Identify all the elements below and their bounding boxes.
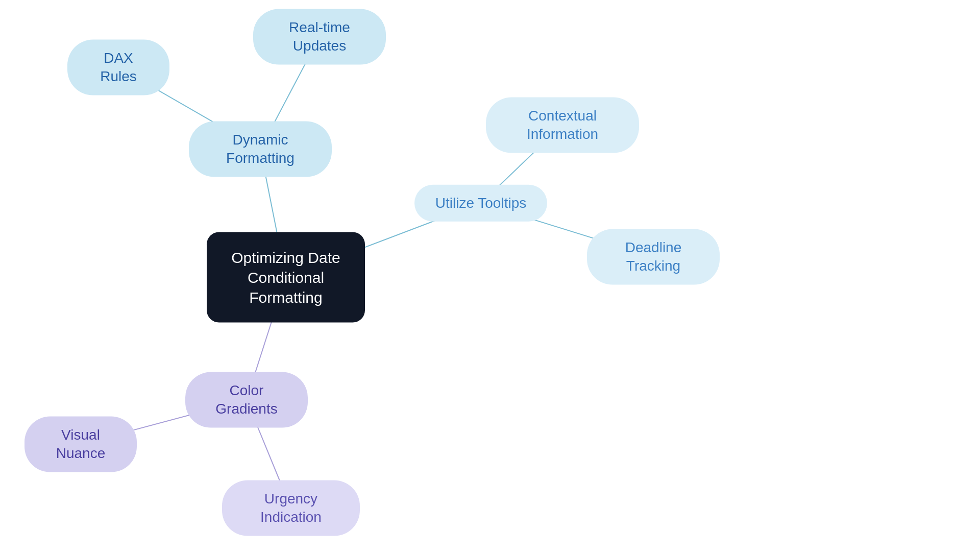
node-dynamic-formatting[interactable]: Dynamic Formatting bbox=[189, 122, 332, 177]
center-node: Optimizing Date Conditional Formatting bbox=[207, 232, 365, 323]
node-label: Utilize Tooltips bbox=[435, 194, 526, 212]
node-utilize-tooltips[interactable]: Utilize Tooltips bbox=[414, 185, 547, 222]
node-label: Real-time Updates bbox=[270, 18, 370, 56]
node-contextual-information[interactable]: Contextual Information bbox=[486, 98, 639, 153]
node-label: Contextual Information bbox=[502, 107, 623, 144]
node-realtime-updates[interactable]: Real-time Updates bbox=[253, 9, 386, 65]
node-label: Visual Nuance bbox=[41, 426, 120, 463]
node-label: Urgency Indication bbox=[238, 490, 344, 527]
node-label: DAX Rules bbox=[84, 49, 153, 86]
node-label: Dynamic Formatting bbox=[205, 131, 315, 168]
node-deadline-tracking[interactable]: Deadline Tracking bbox=[587, 229, 720, 285]
center-label: Optimizing Date Conditional Formatting bbox=[227, 248, 345, 307]
node-color-gradients[interactable]: Color Gradients bbox=[185, 372, 308, 428]
node-label: Deadline Tracking bbox=[603, 238, 703, 276]
node-label: Color Gradients bbox=[202, 381, 291, 419]
node-urgency-indication[interactable]: Urgency Indication bbox=[222, 480, 360, 536]
node-dax-rules[interactable]: DAX Rules bbox=[67, 40, 169, 95]
node-visual-nuance[interactable]: Visual Nuance bbox=[24, 417, 137, 472]
